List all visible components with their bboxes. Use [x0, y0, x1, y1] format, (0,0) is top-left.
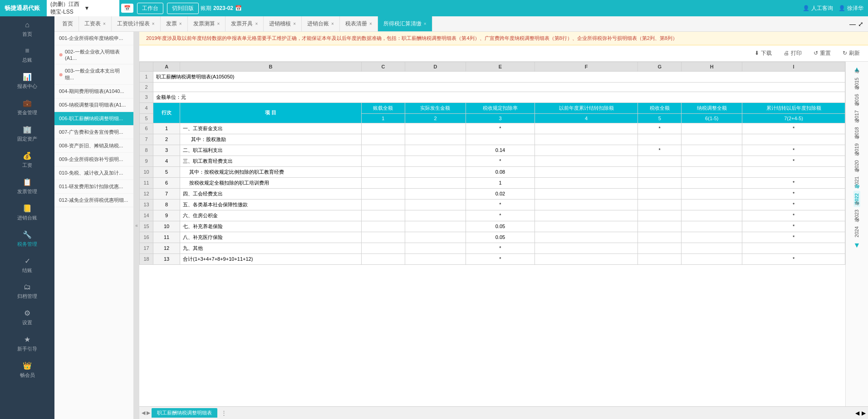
- tab-close-income-tax[interactable]: ×: [424, 21, 427, 26]
- year-2017[interactable]: 2017年: [853, 107, 860, 124]
- user-avatar-icon: 👤: [839, 5, 845, 11]
- ledger-icon: ≡: [25, 47, 29, 55]
- tab-minimize-icon[interactable]: —: [849, 20, 856, 28]
- sidebar-item-ledger[interactable]: ≡ 总账: [0, 42, 54, 68]
- sidebar-item-asset-mgmt[interactable]: 💼 资金管理: [0, 94, 54, 121]
- tab-invoice[interactable]: 发票 ×: [161, 16, 188, 32]
- tab-maximize-icon[interactable]: ⤢: [858, 20, 863, 28]
- support-btn[interactable]: 👤 人工客询: [803, 5, 833, 12]
- tab-close-tax-register[interactable]: ×: [369, 21, 372, 26]
- sub-nav-009[interactable]: 009-企业所得税弥补亏损明...: [54, 153, 133, 166]
- tab-sales-ledger[interactable]: 进销台账 ×: [302, 16, 340, 32]
- year-2019[interactable]: 2019年: [853, 141, 860, 157]
- sidebar-item-sales-ledger[interactable]: 📒 进销台账: [0, 200, 54, 226]
- tab-close-invoice-issue[interactable]: ×: [255, 21, 258, 26]
- sidebar-item-payroll[interactable]: 💰 工资: [0, 147, 54, 173]
- sub-nav-012[interactable]: 012-减免企业所得税优惠明细...: [54, 194, 133, 207]
- table-row: 11 6 按税收规定全额扣除的职工培训费用 1 *: [140, 177, 845, 188]
- sheet-right-btn[interactable]: ▶: [147, 410, 150, 416]
- col-header-i: I: [742, 62, 845, 71]
- year-2020[interactable]: 2020年: [853, 157, 860, 174]
- sidebar-label-archive: 归档管理: [17, 293, 37, 300]
- tab-close-payroll-report[interactable]: ×: [152, 21, 155, 26]
- tab-close-invoice[interactable]: ×: [179, 21, 182, 26]
- tab-invoice-calc[interactable]: 发票测算 ×: [188, 16, 226, 32]
- sub-nav-005[interactable]: 005-纳税调整项目明细表(A1...: [54, 98, 133, 112]
- topbar-right: 👤 人工客询 👤 徐泽华: [803, 5, 863, 12]
- year-2015[interactable]: 2015年: [853, 75, 860, 91]
- scroll-right-btn[interactable]: ▶: [862, 410, 866, 416]
- sub-nav-008[interactable]: 008-资产折旧、摊销及纳税...: [54, 139, 133, 153]
- year-nav: ▲ 2015年 2016年 2017年 2018年 2019年 2020年 20…: [845, 62, 868, 407]
- sidebar-label-asset-mgmt: 资金管理: [17, 109, 37, 116]
- sidebar-item-vip[interactable]: 👑 畅会员: [0, 357, 54, 383]
- sub-nav-010[interactable]: 010-免税、减计收入及加计...: [54, 166, 133, 180]
- period-calendar-icon[interactable]: 📅: [235, 5, 242, 11]
- tab-sales-check[interactable]: 进销稽核 ×: [264, 16, 302, 32]
- year-2021[interactable]: 2021年: [853, 174, 860, 190]
- sub-nav-001[interactable]: 001-企业所得税年度纳税申...: [54, 32, 133, 45]
- sidebar-item-tax-mgmt[interactable]: 🔧 税务管理: [0, 226, 54, 252]
- tab-payroll-table[interactable]: 工资表 ×: [79, 16, 112, 32]
- sub-nav-004[interactable]: 004-期间费用明细表(A1040...: [54, 85, 133, 98]
- tab-invoice-issue[interactable]: 发票开具 ×: [226, 16, 264, 32]
- sidebar-item-invoice-mgmt[interactable]: 📋 发票管理: [0, 173, 54, 200]
- sub-nav-003[interactable]: ⊗ 003-一般企业成本支出明细...: [54, 64, 133, 85]
- tab-home[interactable]: 首页: [57, 16, 79, 32]
- sheet-options-icon[interactable]: ⋮: [221, 409, 227, 416]
- sheet-left-btn[interactable]: ◀: [142, 410, 145, 416]
- year-2024[interactable]: 2024年: [853, 224, 860, 240]
- tab-close-payroll[interactable]: ×: [103, 21, 106, 26]
- sub-nav-collapse-btn[interactable]: «: [134, 32, 139, 419]
- settings-icon: ⚙: [24, 309, 30, 317]
- sidebar-item-home[interactable]: ⌂ 首页: [0, 16, 54, 42]
- year-nav-down-btn[interactable]: ▼: [852, 240, 862, 251]
- refresh-btn[interactable]: ↻ 刷新: [839, 48, 863, 58]
- sidebar-item-close-account[interactable]: ✓ 结账: [0, 252, 54, 278]
- guide-icon: ★: [24, 335, 30, 344]
- download-btn[interactable]: ⬇ 下载: [751, 48, 775, 58]
- year-2016[interactable]: 2016年: [853, 91, 860, 107]
- dropdown-icon: ▼: [84, 5, 116, 11]
- sidebar-item-fixed-asset[interactable]: 🏢 固定资产: [0, 121, 54, 147]
- archive-icon: 🗂: [24, 283, 31, 291]
- sidebar-item-settings[interactable]: ⚙ 设置: [0, 304, 54, 331]
- reset-btn[interactable]: ↺ 重置: [810, 48, 834, 58]
- sidebar-item-report[interactable]: 📊 报表中心: [0, 68, 54, 94]
- table-row: 2: [140, 82, 845, 92]
- sidebar-item-archive[interactable]: 🗂 归档管理: [0, 278, 54, 304]
- sub-nav-007[interactable]: 007-广告费和业务宣传费明...: [54, 126, 133, 139]
- bottom-sheet-tab[interactable]: 职工薪酬纳税调整明细表: [152, 408, 217, 418]
- year-2022[interactable]: 2022年: [853, 190, 860, 207]
- sub-nav-006[interactable]: 006-职工薪酬纳税调整明细...: [54, 112, 133, 126]
- print-btn[interactable]: 🖨 打印: [780, 48, 805, 58]
- sub-nav-002[interactable]: ⊗ 002-一般企业收入明细表(A1...: [54, 45, 133, 64]
- toolbar: ⬇ 下载 🖨 打印 ↺ 重置 ↻ 刷新: [139, 45, 868, 62]
- table-row: 16 11 八、补充医疗保险 0.05 *: [140, 232, 845, 243]
- year-2023[interactable]: 2023年: [853, 207, 860, 223]
- sidebar-label-vip: 畅会员: [20, 372, 35, 379]
- col-header-h: H: [682, 62, 742, 71]
- tab-close-sales-ledger[interactable]: ×: [331, 21, 334, 26]
- calendar-btn[interactable]: 📅: [121, 4, 133, 13]
- year-nav-up-btn[interactable]: ▲: [852, 64, 862, 75]
- workspace-btn[interactable]: 工作台: [137, 3, 163, 14]
- sidebar-item-guide[interactable]: ★ 新手引导: [0, 331, 54, 357]
- col-header-d: D: [405, 62, 466, 71]
- tab-payroll-report[interactable]: 工资统计报表 ×: [112, 16, 161, 32]
- scroll-left-btn[interactable]: ◀: [855, 410, 859, 416]
- col-g-num: 5: [638, 113, 681, 123]
- col-d-header: 实际发生金额: [405, 102, 466, 113]
- year-2018[interactable]: 2018年: [853, 124, 860, 141]
- tab-close-invoice-calc[interactable]: ×: [217, 21, 220, 26]
- switch-old-btn[interactable]: 切到旧版: [167, 3, 199, 14]
- user-btn[interactable]: 👤 徐泽华: [839, 5, 863, 12]
- company-selector[interactable]: (勿删）江西赣宝-LSS ▼: [47, 0, 119, 17]
- topbar: 畅捷通易代账 (勿删）江西赣宝-LSS ▼ 📅 工作台 切到旧版 账期 2023…: [0, 0, 868, 16]
- sidebar-label-invoice-mgmt: 发票管理: [17, 188, 37, 195]
- col-c-num: 1: [361, 113, 405, 123]
- tab-tax-register[interactable]: 税表清册 ×: [340, 16, 378, 32]
- tab-close-sales-check[interactable]: ×: [293, 21, 296, 26]
- tab-income-tax[interactable]: 所得税汇算清缴 ×: [378, 16, 432, 32]
- sub-nav-011[interactable]: 011-研发费用加计扣除优惠...: [54, 180, 133, 194]
